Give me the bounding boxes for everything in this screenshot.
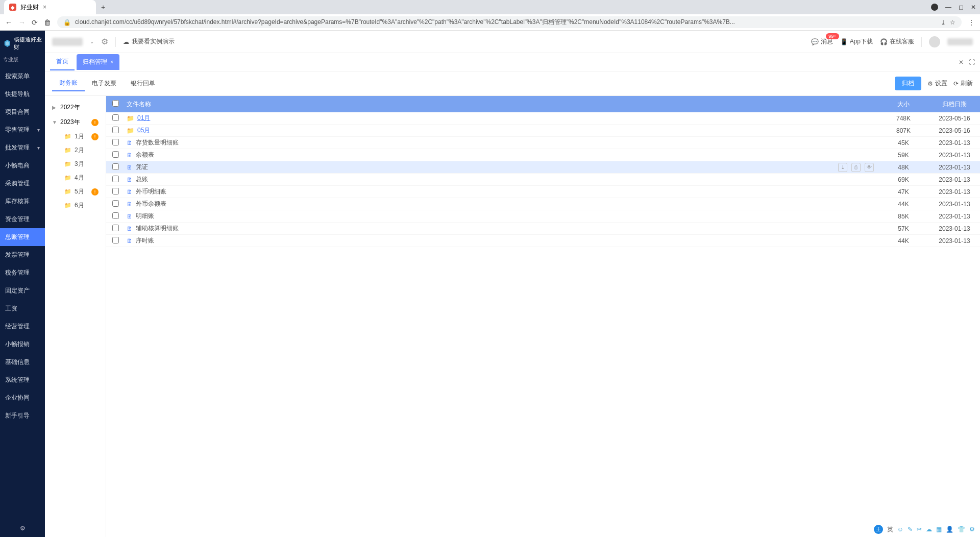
close-window-icon[interactable]: ✕ bbox=[971, 4, 976, 11]
sidebar-item[interactable]: 经营管理 bbox=[0, 318, 45, 335]
sub-tab-finance[interactable]: 财务账 bbox=[52, 76, 85, 91]
bookmark-icon[interactable]: ☆ bbox=[950, 19, 955, 26]
tree-year-2022[interactable]: ▶ 2022年 bbox=[47, 100, 104, 115]
sidebar-item[interactable]: 新手引导 bbox=[0, 407, 45, 425]
sidebar-item[interactable]: 系统管理 bbox=[0, 371, 45, 389]
download-button[interactable]: 📱 App下载 bbox=[840, 37, 873, 46]
tab-close-icon[interactable]: × bbox=[110, 59, 113, 65]
row-checkbox[interactable] bbox=[106, 139, 125, 147]
table-row[interactable]: 📁05月807K2023-05-16 bbox=[106, 125, 980, 137]
gear-icon[interactable]: ⚙ bbox=[101, 37, 108, 46]
sidebar-item[interactable]: 总账管理 bbox=[0, 228, 45, 246]
row-checkbox[interactable] bbox=[106, 200, 125, 208]
row-checkbox[interactable] bbox=[106, 237, 125, 245]
row-name[interactable]: 05月 bbox=[137, 126, 150, 135]
sidebar-item[interactable]: 搜索菜单 bbox=[0, 67, 45, 85]
th-checkbox[interactable] bbox=[106, 100, 125, 108]
new-tab-button[interactable]: + bbox=[101, 3, 105, 11]
tab-archive[interactable]: 归档管理 × bbox=[77, 54, 119, 70]
sidebar-item[interactable]: 税务管理 bbox=[0, 264, 45, 282]
sidebar-item[interactable]: 零售管理▾ bbox=[0, 121, 45, 139]
fullscreen-icon[interactable]: ⛶ bbox=[969, 59, 975, 66]
settings-gear-icon[interactable]: ⚙ bbox=[0, 520, 45, 537]
close-all-icon[interactable]: ✕ bbox=[959, 59, 964, 66]
table-row[interactable]: 🗎序时账44K2023-01-13 bbox=[106, 235, 980, 247]
refresh-button[interactable]: ⟳刷新 bbox=[953, 79, 973, 88]
trash-icon[interactable]: 🗑 bbox=[44, 18, 51, 27]
table-row[interactable]: 🗎总账69K2023-01-13 bbox=[106, 174, 980, 186]
table-row[interactable]: 🗎外币明细账47K2023-01-13 bbox=[106, 186, 980, 198]
sidebar-item[interactable]: 资金管理 bbox=[0, 210, 45, 228]
tray-icon-3[interactable]: ✂ bbox=[917, 526, 922, 533]
forward-icon[interactable]: → bbox=[18, 18, 26, 27]
row-checkbox[interactable] bbox=[106, 163, 125, 172]
row-checkbox[interactable] bbox=[106, 151, 125, 159]
sub-tab-bank[interactable]: 银行回单 bbox=[124, 76, 162, 91]
table-row[interactable]: 🗎辅助核算明细账57K2023-01-13 bbox=[106, 223, 980, 235]
tree-year-2023[interactable]: ▼ 2023年 ! bbox=[47, 115, 104, 130]
avatar[interactable] bbox=[929, 36, 940, 47]
sidebar-item[interactable]: 基础信息 bbox=[0, 353, 45, 371]
install-icon[interactable]: ⤓ bbox=[941, 19, 946, 26]
table-row[interactable]: 🗎凭证⤓⎙👁48K2023-01-13 bbox=[106, 161, 980, 174]
browser-tab[interactable]: ◆ 好业财 × bbox=[4, 0, 96, 14]
tray-icon-7[interactable]: 👕 bbox=[958, 526, 965, 533]
tab-close-icon[interactable]: × bbox=[43, 4, 46, 11]
tree-month[interactable]: 📁4月 bbox=[47, 171, 104, 185]
tab-home[interactable]: 首页 bbox=[50, 54, 75, 70]
settings-button[interactable]: ⚙设置 bbox=[927, 79, 947, 88]
download-icon[interactable]: ⤓ bbox=[838, 163, 847, 172]
maximize-icon[interactable]: ◻ bbox=[959, 4, 964, 11]
sidebar-item[interactable]: 采购管理 bbox=[0, 175, 45, 192]
minimize-icon[interactable]: — bbox=[945, 4, 951, 11]
incognito-icon[interactable] bbox=[931, 4, 938, 11]
sidebar-item[interactable]: 快捷导航 bbox=[0, 85, 45, 103]
tray-icon-4[interactable]: ☁ bbox=[926, 526, 932, 533]
table-row[interactable]: 🗎明细账85K2023-01-13 bbox=[106, 210, 980, 223]
browser-menu-icon[interactable]: ⋮ bbox=[968, 18, 975, 27]
sub-tab-invoice[interactable]: 电子发票 bbox=[85, 76, 124, 91]
row-checkbox[interactable] bbox=[106, 225, 125, 233]
archive-button[interactable]: 归档 bbox=[895, 77, 921, 90]
sidebar-item[interactable]: 小畅报销 bbox=[0, 335, 45, 353]
sidebar-item[interactable]: 工资 bbox=[0, 300, 45, 318]
table-row[interactable]: 🗎外币余额表44K2023-01-13 bbox=[106, 198, 980, 210]
chevron-down-icon[interactable]: ⌄ bbox=[90, 39, 94, 44]
sidebar-item[interactable]: 发票管理 bbox=[0, 246, 45, 264]
message-button[interactable]: 💬 消息 99+ bbox=[811, 37, 833, 46]
reload-icon[interactable]: ⟳ bbox=[32, 18, 38, 27]
tray-icon-1[interactable]: ☺ bbox=[897, 526, 903, 533]
tree-month[interactable]: 📁2月 bbox=[47, 143, 104, 157]
sidebar-item[interactable]: 项目合同 bbox=[0, 103, 45, 121]
row-checkbox[interactable] bbox=[106, 188, 125, 196]
preview-icon[interactable]: 👁 bbox=[865, 163, 874, 172]
tray-icon-5[interactable]: ▦ bbox=[936, 526, 942, 533]
back-icon[interactable]: ← bbox=[5, 18, 12, 27]
table-row[interactable]: 📁01月748K2023-05-16 bbox=[106, 112, 980, 125]
row-checkbox[interactable] bbox=[106, 114, 125, 123]
tray-icon-2[interactable]: ✎ bbox=[908, 526, 913, 533]
table-row[interactable]: 🗎余额表59K2023-01-13 bbox=[106, 149, 980, 161]
sidebar-item[interactable]: 企业协同 bbox=[0, 389, 45, 407]
tree-month[interactable]: 📁6月 bbox=[47, 199, 104, 212]
row-checkbox[interactable] bbox=[106, 127, 125, 135]
tree-month[interactable]: 📁5月! bbox=[47, 185, 104, 199]
sidebar-item[interactable]: 库存核算 bbox=[0, 192, 45, 210]
row-name[interactable]: 01月 bbox=[137, 114, 150, 123]
print-icon[interactable]: ⎙ bbox=[851, 163, 861, 172]
table-row[interactable]: 🗎存货数量明细账45K2023-01-13 bbox=[106, 137, 980, 149]
tray-icon-8[interactable]: ⚙ bbox=[969, 526, 975, 533]
company-selector[interactable] bbox=[52, 38, 83, 46]
row-checkbox[interactable] bbox=[106, 212, 125, 221]
ime-lang[interactable]: 英 bbox=[887, 525, 893, 534]
tray-icon-6[interactable]: 👤 bbox=[946, 526, 953, 533]
row-checkbox[interactable] bbox=[106, 176, 125, 184]
sidebar-item[interactable]: 批发管理▾ bbox=[0, 139, 45, 157]
tree-month[interactable]: 📁1月! bbox=[47, 130, 104, 143]
sidebar-item[interactable]: 固定资产 bbox=[0, 282, 45, 300]
url-bar[interactable]: 🔒 cloud.chanjet.com/cc/u6d89qwnryel/57bf… bbox=[57, 16, 962, 28]
support-button[interactable]: 🎧 在线客服 bbox=[880, 37, 914, 46]
demo-link[interactable]: ☁ 我要看实例演示 bbox=[123, 37, 175, 46]
sidebar-item[interactable]: 小畅电商 bbox=[0, 157, 45, 175]
ime-badge[interactable]: 王 bbox=[874, 525, 883, 534]
